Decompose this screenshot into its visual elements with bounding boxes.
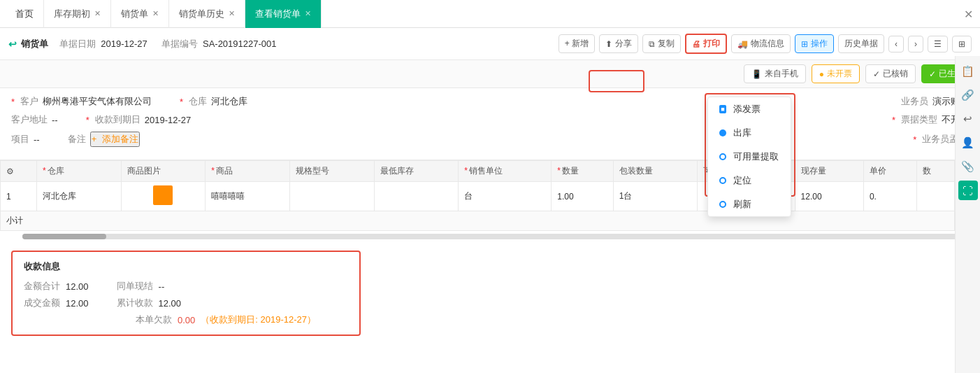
customer-label: 客户 — [20, 95, 38, 108]
phone-icon: 📱 — [751, 69, 762, 79]
settlement-field: 同单现结 -- — [117, 280, 165, 293]
dropdown-refresh[interactable]: 刷新 — [708, 192, 791, 216]
right-icon-4[interactable]: 👤 — [958, 133, 978, 153]
doc-meta: 单据日期 2019-12-27 单据编号 SA-20191227-001 — [59, 38, 547, 50]
not-opened-icon: ● — [819, 69, 824, 79]
amount-label: 金额合计 — [24, 280, 60, 293]
col-min-stock: 最低库存 — [374, 161, 459, 182]
main-area: ↩ 销货单 单据日期 2019-12-27 单据编号 SA-20191227-0… — [0, 28, 980, 373]
dropdown-add-invoice[interactable]: ■ 添发票 — [708, 97, 791, 121]
arrears-value: 0.00 — [178, 315, 195, 325]
number-field: 单据编号 SA-20191227-001 — [161, 38, 277, 50]
history-label: 历史单据 — [844, 38, 878, 50]
operation-button[interactable]: ⊞ 操作 — [795, 34, 834, 53]
copy-button[interactable]: ⧉ 复制 — [642, 34, 681, 53]
tab-inventory[interactable]: 库存期初 ✕ — [44, 0, 111, 28]
remark-field: 备注 + 添加备注 — [68, 132, 140, 147]
done-label: 已核销 — [883, 68, 908, 80]
right-icon-3[interactable]: ↩ — [958, 109, 978, 129]
from-phone-button[interactable]: 📱 来自手机 — [744, 64, 806, 83]
payment-info: 收款信息 金额合计 12.00 同单现结 -- — [11, 251, 361, 336]
add-note-button[interactable]: + 添加备注 — [90, 132, 140, 147]
right-icon-expand[interactable]: ⛶ — [958, 181, 978, 200]
new-button[interactable]: + 新增 — [559, 34, 595, 53]
close-all-icon[interactable]: ✕ — [964, 7, 973, 20]
col-stock: 现存量 — [795, 161, 863, 182]
logistics-icon: 🚚 — [737, 39, 748, 49]
h-scrollbar-thumb[interactable] — [22, 234, 106, 239]
col-settings[interactable]: ⚙ — [1, 161, 37, 182]
due-date-field: * 收款到期日 2019-12-27 — [86, 113, 192, 126]
deal-amount-label: 成交金额 — [24, 297, 60, 309]
scrollbar-area[interactable] — [0, 231, 980, 242]
tab-sales-history-label: 销货单历史 — [179, 8, 224, 20]
tab-inventory-close[interactable]: ✕ — [94, 9, 101, 18]
warehouse-required: * — [180, 97, 183, 107]
tab-sales-close[interactable]: ✕ — [152, 9, 159, 18]
tab-sales-history-close[interactable]: ✕ — [229, 9, 235, 18]
done-button[interactable]: ✓ 已核销 — [865, 64, 916, 83]
tab-sales-label: 销货单 — [121, 8, 148, 20]
available-icon — [718, 152, 728, 162]
refresh-label: 刷新 — [733, 198, 751, 211]
form-row-3: 项目 -- 备注 + 添加备注 * 业务员孟 -- — [11, 132, 969, 147]
logistics-button[interactable]: 🚚 物流信息 — [731, 34, 791, 53]
amount-field: 金额合计 12.00 — [24, 280, 89, 293]
right-icon-2[interactable]: 🔗 — [958, 85, 978, 105]
list-view-button[interactable]: ☰ — [928, 36, 948, 52]
address-field: 客户地址 -- — [11, 113, 58, 126]
project-label: 项目 — [11, 133, 29, 146]
grid-view-button[interactable]: ⊞ — [952, 36, 972, 52]
toolbar: + 新增 ⬆ 分享 ⧉ 复制 🖨 打印 🚚 物流信息 — [559, 34, 972, 54]
payment-title: 收款信息 — [24, 260, 348, 273]
right-icon-5[interactable]: 📎 — [958, 157, 978, 176]
dropdown-outbound[interactable]: 出库 — [708, 121, 791, 145]
ticket-type-label: 票据类型 — [901, 113, 937, 126]
tab-view-sales[interactable]: 查看销货单 ✕ — [245, 0, 322, 28]
cumulative-value: 12.00 — [159, 298, 182, 309]
history-button[interactable]: 历史单据 — [838, 34, 884, 53]
tab-home[interactable]: 首页 — [6, 0, 44, 28]
warehouse-field: * 仓库 河北仓库 — [180, 95, 247, 108]
next-button[interactable]: › — [908, 36, 923, 52]
col-quantity: *数量 — [552, 161, 613, 182]
tab-view-sales-close[interactable]: ✕ — [305, 9, 311, 18]
tab-sales-history[interactable]: 销货单历史 ✕ — [169, 0, 245, 28]
right-icon-1[interactable]: 📋 — [958, 62, 978, 81]
table-row: 1 河北仓库 嘻嘻嘻嘻 台 1.00 1台 12.00 0. — [1, 182, 955, 211]
cumulative-label: 累计收款 — [117, 297, 153, 309]
share-button[interactable]: ⬆ 分享 — [599, 34, 638, 53]
customer-value: 柳州粤港平安气体有限公司 — [43, 95, 152, 108]
h-scrollbar[interactable] — [22, 234, 958, 239]
print-button[interactable]: 🖨 打印 — [685, 34, 727, 54]
prev-button[interactable]: ‹ — [888, 36, 904, 52]
row-spec — [289, 182, 374, 211]
cumulative-field: 累计收款 12.00 — [117, 297, 182, 309]
print-icon: 🖨 — [692, 39, 700, 49]
subtotal-row: 小计 — [1, 211, 955, 231]
share-icon: ⬆ — [605, 39, 612, 49]
col-image: 商品图片 — [121, 161, 206, 182]
address-label: 客户地址 — [11, 113, 48, 126]
from-phone-label: 来自手机 — [765, 68, 798, 80]
refresh-icon — [718, 199, 728, 209]
operation-label: 操作 — [811, 38, 828, 50]
tab-inventory-label: 库存期初 — [54, 8, 90, 20]
settlement-value: -- — [159, 281, 165, 292]
dropdown-locate[interactable]: 定位 — [708, 169, 791, 192]
row-price: 0. — [863, 182, 916, 211]
done-icon: ✓ — [873, 69, 880, 79]
right-icon-panel: 📋 🔗 ↩ 👤 📎 ⛶ — [955, 56, 980, 373]
add-note-icon: + — [92, 134, 97, 144]
add-note-label: 添加备注 — [102, 134, 138, 144]
payment-row-3: 本单欠款 0.00 （收款到期日: 2019-12-27） — [24, 314, 348, 326]
row-product: 嘻嘻嘻嘻 — [206, 182, 290, 211]
not-opened-button[interactable]: ● 未开票 — [812, 64, 860, 83]
project-value: -- — [34, 134, 40, 145]
number-value: SA-20191227-001 — [203, 38, 277, 49]
row-stock: 12.00 — [795, 182, 863, 211]
dropdown-available[interactable]: 可用量提取 — [708, 145, 791, 169]
project-field: 项目 -- — [11, 133, 40, 146]
operation-icon: ⊞ — [801, 39, 808, 49]
tab-sales[interactable]: 销货单 ✕ — [111, 0, 169, 28]
